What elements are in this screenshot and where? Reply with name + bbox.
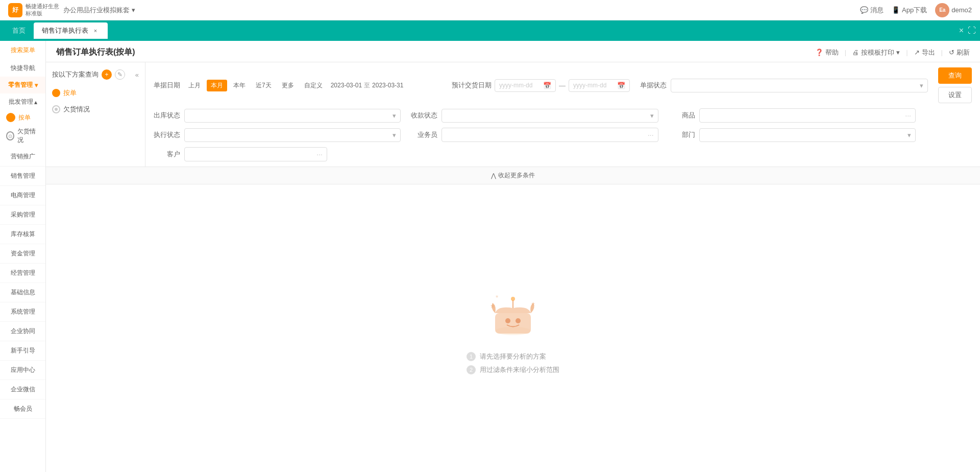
- sidebar-item-retail[interactable]: 零售管理 ▾: [0, 77, 45, 93]
- collection-select[interactable]: ▾: [442, 109, 658, 123]
- department-label: 部门: [669, 130, 695, 139]
- scheme-order-icon: [52, 89, 60, 97]
- sidebar-subitem-order[interactable]: 按单: [0, 110, 45, 125]
- help-button[interactable]: ❓ 帮助: [815, 48, 839, 57]
- outbound-select[interactable]: ▾: [184, 109, 401, 123]
- dropdown-icon[interactable]: ▾: [132, 6, 135, 14]
- expected-from-input[interactable]: yyyy-mm-dd 📅: [495, 79, 556, 92]
- debt-icon: ⊙: [6, 131, 14, 140]
- calendar-icon-to: 📅: [617, 82, 625, 89]
- print-icon: 🖨: [852, 49, 859, 56]
- refresh-button[interactable]: ↺ 刷新: [949, 48, 970, 57]
- scheme-item-debt[interactable]: 欠货情况: [46, 101, 145, 117]
- collapse-up-icon: ⋀: [491, 172, 496, 179]
- print-button[interactable]: 🖨 按模板打印 ▾: [852, 48, 900, 57]
- window-close-icon[interactable]: ×: [959, 26, 964, 35]
- sidebar-item-ecommerce[interactable]: 电商管理: [0, 186, 45, 205]
- doc-status-label: 单据状态: [640, 81, 667, 90]
- sidebar-item-sales[interactable]: 销售管理: [0, 167, 45, 186]
- expected-to-input[interactable]: yyyy-mm-dd 📅: [569, 79, 630, 92]
- tab-bar: 首页 销售订单执行表 × × ⛶: [0, 20, 980, 41]
- message-icon: 💬: [860, 6, 868, 14]
- sidebar-item-finance[interactable]: 资金管理: [0, 244, 45, 264]
- execution-select[interactable]: ▾: [184, 128, 401, 142]
- collapse-bar[interactable]: ⋀ 收起更多条件: [46, 167, 980, 184]
- empty-illustration: ★ ★ ★: [482, 282, 544, 344]
- export-button[interactable]: ↗ 导出: [914, 48, 935, 57]
- product-more-icon: ···: [905, 111, 911, 120]
- sidebar: 搜索菜单 快捷导航 零售管理 ▾ 批发管理 ▴ 按单 ⊙ 欠货情况 营销推广 销…: [0, 41, 46, 472]
- salesperson-input[interactable]: ···: [442, 128, 658, 142]
- sidebar-search[interactable]: 搜索菜单: [0, 41, 45, 60]
- svg-point-3: [516, 318, 521, 323]
- svg-text:★: ★: [531, 301, 535, 306]
- product-input[interactable]: ···: [699, 108, 916, 123]
- scheme-header: 按以下方案查询 + ✎ «: [46, 67, 145, 82]
- user-profile[interactable]: Ea demo2: [935, 3, 972, 17]
- scheme-item-order[interactable]: 按单: [46, 85, 145, 101]
- sidebar-item-appstore[interactable]: 应用中心: [0, 361, 45, 380]
- tip-2-num: 2: [467, 365, 476, 374]
- doc-status-select[interactable]: ▾: [671, 79, 928, 92]
- page-actions: ❓ 帮助 | 🖨 按模板打印 ▾ | ↗ 导出 | ↺ 刷新: [815, 48, 970, 57]
- expected-delivery-label: 预计交货日期: [452, 81, 492, 90]
- sidebar-item-wholesale[interactable]: 批发管理 ▴: [0, 93, 45, 110]
- expected-to-placeholder: yyyy-mm-dd: [573, 82, 615, 89]
- filter-body: 按以下方案查询 + ✎ « 按单 欠货情况: [46, 62, 980, 167]
- wholesale-arrow: ▴: [34, 99, 37, 106]
- date-tab-last-month[interactable]: 上月: [184, 80, 205, 91]
- scheme-edit-btn[interactable]: ✎: [115, 69, 125, 80]
- date-tab-more[interactable]: 更多: [278, 80, 298, 91]
- department-dropdown-icon: ▾: [908, 131, 911, 139]
- sidebar-item-purchase[interactable]: 采购管理: [0, 205, 45, 225]
- page-header: 销售订单执行表(按单) ❓ 帮助 | 🖨 按模板打印 ▾ | ↗ 导出 |: [46, 41, 980, 62]
- collapse-label: 收起更多条件: [498, 171, 535, 180]
- sidebar-quick-nav[interactable]: 快捷导航: [0, 60, 45, 77]
- sidebar-item-member[interactable]: 畅会员: [0, 399, 45, 419]
- sidebar-item-inventory[interactable]: 库存核算: [0, 225, 45, 244]
- doc-date-field: 单据日期 上月 本月 本年 近7天 更多 自定义 2023-03-01 至 20…: [154, 80, 442, 91]
- scheme-add-btn[interactable]: +: [102, 69, 112, 80]
- filter-panel: 按以下方案查询 + ✎ « 按单 欠货情况: [46, 62, 980, 184]
- filter-fields: 单据日期 上月 本月 本年 近7天 更多 自定义 2023-03-01 至 20…: [145, 62, 980, 167]
- scheme-collapse-btn[interactable]: «: [135, 71, 139, 79]
- logo-area: 好 畅捷通好生意 标准版: [8, 3, 59, 17]
- sidebar-item-system[interactable]: 系统管理: [0, 302, 45, 322]
- avatar: Ea: [935, 3, 949, 17]
- sidebar-item-operations[interactable]: 经营管理: [0, 264, 45, 283]
- execution-field: 执行状态 ▾: [154, 128, 401, 142]
- tip-1-num: 1: [467, 352, 476, 361]
- settings-button[interactable]: 设置: [938, 87, 972, 103]
- top-bar-path: 办公用品行业模拟账套 ▾: [63, 6, 135, 15]
- doc-date-label: 单据日期: [154, 81, 180, 90]
- query-button[interactable]: 查询: [938, 67, 972, 84]
- sidebar-item-wechat[interactable]: 企业微信: [0, 380, 45, 399]
- sidebar-item-basic[interactable]: 基础信息: [0, 283, 45, 302]
- message-action[interactable]: 💬 消息: [860, 6, 884, 15]
- department-select[interactable]: ▾: [699, 128, 916, 142]
- tab-close-icon[interactable]: ×: [91, 27, 100, 35]
- customer-input[interactable]: ···: [184, 147, 327, 161]
- empty-tip-1: 1 请先选择要分析的方案: [467, 352, 559, 361]
- window-expand-icon[interactable]: ⛶: [968, 26, 976, 35]
- tab-home[interactable]: 首页: [4, 22, 34, 39]
- doc-status-field: 单据状态 ▾: [640, 79, 928, 92]
- date-tab-last7[interactable]: 近7天: [252, 80, 276, 91]
- date-tab-custom[interactable]: 自定义: [300, 80, 327, 91]
- page-title: 销售订单执行表(按单): [56, 47, 135, 58]
- outbound-label: 出库状态: [154, 111, 180, 120]
- filter-row-4: 客户 ···: [154, 147, 972, 161]
- tab-sales-order[interactable]: 销售订单执行表 ×: [34, 22, 108, 39]
- collection-label: 收款状态: [411, 111, 437, 120]
- app-download-action[interactable]: 📱 App下载: [892, 6, 927, 15]
- date-tab-this-month[interactable]: 本月: [207, 80, 227, 91]
- sidebar-subitem-debt[interactable]: ⊙ 欠货情况: [0, 125, 45, 147]
- sidebar-item-enterprise[interactable]: 企业协同: [0, 322, 45, 341]
- product-label: 商品: [669, 111, 695, 120]
- svg-text:★: ★: [495, 294, 499, 299]
- date-tab-this-year[interactable]: 本年: [229, 80, 250, 91]
- print-dropdown-icon[interactable]: ▾: [896, 49, 900, 56]
- sidebar-item-newbie[interactable]: 新手引导: [0, 341, 45, 361]
- sidebar-item-marketing[interactable]: 营销推广: [0, 147, 45, 167]
- svg-point-5: [511, 297, 515, 301]
